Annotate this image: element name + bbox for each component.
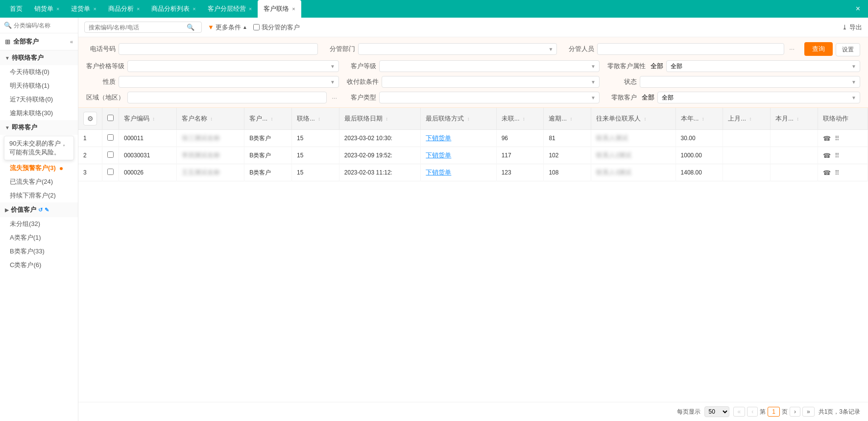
filter-person-input[interactable] <box>597 43 784 55</box>
cell-this-year: 1000.00 <box>675 147 723 164</box>
sidebar-all-customers[interactable]: ⊞ 全部客户 « <box>0 33 78 50</box>
per-page-label: 每页显示 <box>677 408 700 416</box>
sidebar-item-declining[interactable]: 持续下滑客户(2) <box>0 189 78 202</box>
my-customers-checkbox[interactable]: 我分管的客户 <box>253 23 300 32</box>
first-page-button[interactable]: « <box>733 407 746 417</box>
close-icon[interactable]: × <box>249 6 252 12</box>
sidebar-item-today[interactable]: 今天待联络(0) <box>0 65 78 79</box>
close-icon[interactable]: × <box>292 6 295 12</box>
nav-tab-home[interactable]: 首页 <box>4 0 28 18</box>
prev-page-button[interactable]: ‹ <box>747 407 758 417</box>
search-input-wrap[interactable]: 🔍 <box>84 22 202 33</box>
cell-unit-contacts: 联系人2测试 <box>591 147 675 164</box>
th-checkbox <box>102 108 119 130</box>
sidebar-item-churned[interactable]: 已流失客户(24) <box>0 175 78 189</box>
ellipsis-icon[interactable]: ··· <box>330 94 339 101</box>
more-conditions-button[interactable]: ▼ 更多条件 ▲ <box>208 23 247 32</box>
export-button[interactable]: ⤓ 导出 <box>842 23 862 32</box>
cell-last-month <box>723 130 771 147</box>
cell-not-contacted: 96 <box>496 130 544 147</box>
filter-gender-select[interactable] <box>119 76 339 88</box>
close-icon[interactable]: × <box>93 6 96 12</box>
close-icon[interactable]: × <box>56 6 59 12</box>
filter-phone-input[interactable] <box>119 43 318 55</box>
cell-contacts: 15 <box>292 164 339 181</box>
filter-panel: 电话号码 分管部门 ▼ 分管人员 ··· 查询 设置 <box>78 37 868 108</box>
row-checkbox[interactable] <box>107 151 114 158</box>
refresh-icon[interactable]: ↺ <box>38 207 43 213</box>
settings-button[interactable]: 设置 <box>836 43 860 56</box>
nav-tab-customer-tier[interactable]: 客户分层经营 × <box>202 0 258 18</box>
my-customers-check[interactable] <box>253 24 260 30</box>
filter-price-grade: 客户价格等级 ▼ <box>86 60 339 72</box>
search-bar: 🔍 ▼ 更多条件 ▲ 我分管的客户 ⤓ 导出 <box>78 18 868 37</box>
close-icon[interactable]: × <box>193 6 195 12</box>
select-all-checkbox[interactable] <box>107 115 114 121</box>
action-more-icon[interactable]: ⠿ <box>835 152 840 159</box>
th-contacts: 联络... ↕ <box>292 108 339 130</box>
cell-name: 王五测试名称 <box>176 164 244 181</box>
filter-person: 分管人员 ··· <box>565 43 796 55</box>
cell-last-month <box>723 164 771 181</box>
query-button[interactable]: 查询 <box>804 42 833 56</box>
nav-tab-analysis[interactable]: 商品分析 × <box>102 0 145 18</box>
filter-zero-customer-select[interactable]: 全部 <box>657 92 860 103</box>
sidebar-item-churn-warning[interactable]: 流失预警客户(3) <box>0 161 78 175</box>
sidebar-group-pending[interactable]: ▼ 待联络客户 <box>0 50 78 65</box>
sort-icon: ↕ <box>210 116 213 122</box>
gear-button[interactable]: ⚙ <box>83 112 97 125</box>
ellipsis-icon[interactable]: ··· <box>787 45 796 52</box>
filter-region-input[interactable] <box>127 92 327 103</box>
sidebar-item-class-a[interactable]: A类客户(1) <box>0 231 78 245</box>
nav-tab-purchase[interactable]: 进货单 × <box>65 0 102 18</box>
sidebar-search-input[interactable] <box>14 22 78 29</box>
filter-row-1: 电话号码 分管部门 ▼ 分管人员 ··· 查询 设置 <box>86 41 860 56</box>
filter-customer-type-select[interactable] <box>379 92 600 103</box>
nav-tab-analysis-list[interactable]: 商品分析列表 × <box>145 0 201 18</box>
filter-grade-select[interactable] <box>379 60 600 72</box>
sidebar-item-class-b[interactable]: B类客户(33) <box>0 245 78 258</box>
th-name: 客户名称 ↕ <box>176 108 244 130</box>
th-last-month: 上月... ↕ <box>723 108 771 130</box>
nav-tab-customer-contact[interactable]: 客户联络 × <box>258 0 301 18</box>
sidebar-item-week[interactable]: 近7天待联络(0) <box>0 93 78 106</box>
action-phone-icon[interactable]: ☎ <box>823 152 831 159</box>
next-page-button[interactable]: › <box>790 407 800 417</box>
edit-icon[interactable]: ✎ <box>45 207 49 213</box>
sidebar-item-overdue[interactable]: 逾期未联络(30) <box>0 106 78 120</box>
close-all-button[interactable]: × <box>852 4 864 13</box>
nav-tab-sales[interactable]: 销货单 × <box>28 0 65 18</box>
last-page-button[interactable]: » <box>802 407 815 417</box>
row-checkbox[interactable] <box>107 134 114 141</box>
action-more-icon[interactable]: ⠿ <box>835 169 840 176</box>
filter-payment-select[interactable] <box>382 76 600 88</box>
close-icon[interactable]: × <box>137 6 140 12</box>
th-this-month: 本月... ↕ <box>771 108 818 130</box>
per-page-select[interactable]: 50 100 <box>704 406 729 417</box>
filter-payment-label: 收付款条件 <box>347 77 379 86</box>
sidebar-search-bar[interactable]: 🔍 <box>0 18 78 33</box>
cell-last-date: 2023-02-09 19:52: <box>339 147 421 164</box>
filter-grade-label: 客户等级 <box>347 62 376 71</box>
filter-row-2: 客户价格等级 ▼ 客户等级 ▼ 零散客户属性 全部 <box>86 60 860 72</box>
sort-icon: ↕ <box>796 116 799 122</box>
sidebar-item-class-c[interactable]: C类客户(6) <box>0 258 78 272</box>
row-checkbox[interactable] <box>107 169 114 175</box>
sidebar-item-tomorrow[interactable]: 明天待联络(1) <box>0 79 78 93</box>
search-input[interactable] <box>89 24 187 31</box>
filter-dept-select[interactable] <box>358 43 557 55</box>
action-phone-icon[interactable]: ☎ <box>823 169 831 176</box>
sidebar-group-churn[interactable]: ▼ 即将客户 <box>0 120 78 135</box>
filter-status-select[interactable] <box>640 76 860 88</box>
action-phone-icon[interactable]: ☎ <box>823 135 831 142</box>
filter-price-grade-select[interactable] <box>127 60 339 72</box>
filter-zero-attr-select[interactable]: 全部 <box>666 60 860 72</box>
cell-checkbox <box>102 130 119 147</box>
th-code: 客户编码 ↕ <box>119 108 177 130</box>
action-more-icon[interactable]: ⠿ <box>835 135 840 142</box>
filter-price-grade-label: 客户价格等级 <box>86 62 124 71</box>
sidebar-group-value[interactable]: ▶ 价值客户 ↺ ✎ <box>0 202 78 217</box>
search-button-icon[interactable]: 🔍 <box>187 24 194 31</box>
th-type: 客户... ↕ <box>244 108 292 130</box>
sidebar-item-ungrouped[interactable]: 未分组(32) <box>0 217 78 231</box>
